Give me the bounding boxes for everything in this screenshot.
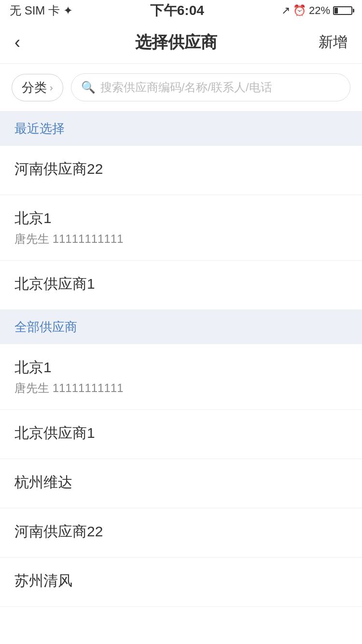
all-items-list: 北京1 唐先生 11111111111 北京供应商1 杭州维达 河南供应商22 … [0, 344, 362, 607]
list-item[interactable]: 北京供应商1 [0, 261, 362, 310]
item-name: 北京供应商1 [14, 274, 348, 294]
status-left: 无 SIM 卡 ✦ [10, 3, 73, 18]
item-name: 苏州清风 [14, 571, 348, 591]
list-item[interactable]: 河南供应商22 [0, 146, 362, 195]
item-name: 北京1 [14, 358, 348, 378]
chevron-right-icon: › [50, 82, 53, 93]
item-name: 河南供应商22 [14, 159, 348, 179]
back-button[interactable]: ‹ [14, 32, 43, 53]
list-item[interactable]: 杭州维达 [0, 459, 362, 508]
battery-icon [333, 6, 352, 15]
item-name: 北京供应商1 [14, 423, 348, 443]
nav-bar: ‹ 选择供应商 新增 [0, 21, 362, 64]
status-bar: 无 SIM 卡 ✦ 下午6:04 ↗ ⏰ 22% [0, 0, 362, 21]
status-time: 下午6:04 [150, 1, 204, 20]
all-section-header: 全部供应商 [0, 310, 362, 344]
add-button[interactable]: 新增 [309, 32, 348, 52]
all-section-label: 全部供应商 [14, 320, 77, 334]
list-item[interactable]: 北京1 唐先生 11111111111 [0, 195, 362, 261]
list-item[interactable]: 河南供应商22 [0, 508, 362, 558]
item-sub: 唐先生 11111111111 [14, 380, 348, 396]
item-sub: 唐先生 11111111111 [14, 231, 348, 247]
location-icon: ↗ [281, 4, 290, 17]
filter-bar: 分类 › 🔍 搜索供应商编码/名称/联系人/电话 [0, 64, 362, 112]
item-name: 河南供应商22 [14, 522, 348, 542]
battery-percent: 22% [309, 4, 330, 17]
page-title: 选择供应商 [135, 31, 217, 54]
search-icon: 🔍 [81, 81, 96, 94]
search-box[interactable]: 🔍 搜索供应商编码/名称/联系人/电话 [71, 73, 350, 101]
list-item[interactable]: 苏州清风 [0, 558, 362, 607]
no-sim-label: 无 SIM 卡 ✦ [10, 3, 73, 18]
list-item[interactable]: 北京供应商1 [0, 410, 362, 459]
list-item[interactable]: 北京1 唐先生 11111111111 [0, 344, 362, 410]
recent-section-header: 最近选择 [0, 112, 362, 146]
item-name: 北京1 [14, 209, 348, 228]
recent-items-list: 河南供应商22 北京1 唐先生 11111111111 北京供应商1 [0, 146, 362, 310]
category-button[interactable]: 分类 › [12, 74, 63, 101]
recent-section-label: 最近选择 [14, 121, 65, 136]
alarm-icon: ⏰ [293, 4, 306, 17]
item-name: 杭州维达 [14, 473, 348, 492]
category-label: 分类 [22, 79, 47, 96]
search-placeholder: 搜索供应商编码/名称/联系人/电话 [100, 80, 272, 95]
status-right: ↗ ⏰ 22% [281, 4, 352, 17]
